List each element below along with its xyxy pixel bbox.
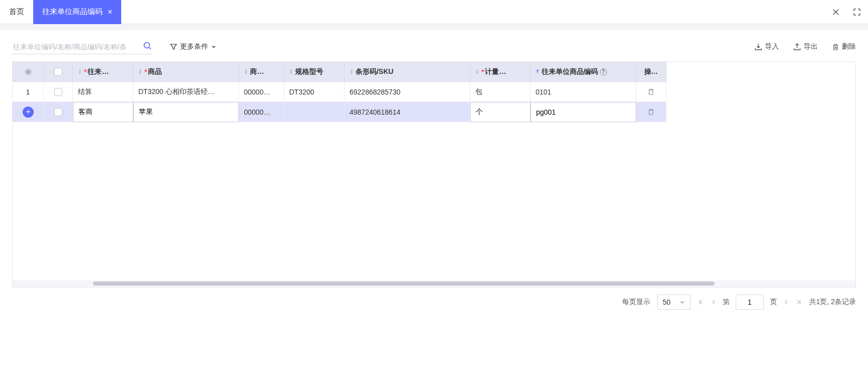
- row-check: [44, 102, 73, 122]
- code-input[interactable]: [531, 103, 636, 122]
- delete-button[interactable]: 删除: [832, 42, 856, 51]
- cell-unit[interactable]: 包: [470, 82, 531, 102]
- help-icon[interactable]: ?: [600, 68, 607, 75]
- sort-icon: ▲▼: [350, 69, 354, 75]
- unit-input[interactable]: [471, 103, 530, 122]
- next-page-button[interactable]: [783, 299, 789, 305]
- col-unit[interactable]: ▲▼ * 计量…: [470, 62, 531, 82]
- pagination: 每页显示 50 第 页 共1页, 2条记录: [0, 288, 868, 317]
- export-icon: [793, 43, 801, 51]
- prev-page-button[interactable]: [711, 299, 717, 305]
- col-action-label: 操…: [644, 67, 658, 76]
- cell-product[interactable]: DT3200 心相印茶语经…: [133, 82, 239, 102]
- cell-product-code: 00000…: [239, 82, 284, 102]
- product-input[interactable]: [134, 103, 238, 122]
- row-check: [44, 82, 73, 102]
- col-ppc-label: 往来单位商品编码: [542, 67, 598, 76]
- tab-active[interactable]: 往来单位商品编码 ×: [33, 0, 121, 24]
- per-page-label: 每页显示: [622, 298, 650, 307]
- chevron-down-icon: [211, 44, 216, 49]
- row-checkbox[interactable]: [54, 88, 62, 96]
- col-partner-product-code[interactable]: ▲▼ 往来单位商品编码 ?: [531, 62, 636, 82]
- sort-icon: ▲▼: [289, 69, 293, 75]
- cell-product[interactable]: [133, 102, 239, 122]
- col-barcode[interactable]: ▲▼ 条形码/SKU: [344, 62, 470, 82]
- svg-point-1: [27, 70, 29, 73]
- col-settings[interactable]: [13, 62, 44, 82]
- search-input[interactable]: [12, 39, 153, 54]
- cell-code[interactable]: [531, 102, 636, 122]
- last-page-button[interactable]: [795, 299, 802, 306]
- cell-partner[interactable]: 结算: [73, 82, 133, 102]
- import-icon: [754, 43, 762, 51]
- cell-unit[interactable]: [470, 102, 531, 122]
- tab-active-label: 往来单位商品编码: [42, 7, 103, 17]
- sort-icon: ▲▼: [78, 69, 82, 75]
- col-barcode-label: 条形码/SKU: [356, 67, 393, 76]
- fullscreen-icon: [853, 8, 861, 16]
- tab-bar: 首页 往来单位商品编码 ×: [0, 0, 868, 24]
- more-conditions-button[interactable]: 更多条件: [170, 42, 216, 51]
- cell-action: [636, 82, 666, 102]
- close-all-tabs-button[interactable]: [829, 5, 843, 19]
- col-product[interactable]: ▲▼ * 商品: [133, 62, 239, 82]
- search-icon[interactable]: [143, 41, 152, 50]
- sort-icon: ▲▼: [475, 69, 479, 75]
- chevron-down-icon: [680, 300, 685, 305]
- row-delete-button[interactable]: [647, 108, 655, 116]
- sort-icon: ▲▼: [244, 69, 248, 75]
- select-all-checkbox[interactable]: [54, 68, 62, 76]
- import-label: 导入: [765, 42, 779, 51]
- svg-point-0: [144, 43, 150, 48]
- col-partner[interactable]: ▲▼ * 往来…: [73, 62, 133, 82]
- cell-code[interactable]: 0101: [531, 82, 636, 102]
- add-row-button[interactable]: ＋: [23, 107, 34, 118]
- import-button[interactable]: 导入: [754, 42, 779, 51]
- last-icon: [795, 299, 802, 306]
- row-add: ＋: [13, 102, 44, 122]
- row-index: 1: [13, 82, 44, 102]
- col-partner-label: 往来…: [88, 67, 109, 76]
- trash-icon: [647, 88, 655, 96]
- col-unit-label: 计量…: [485, 67, 506, 76]
- cell-spec: [284, 102, 344, 122]
- horizontal-scrollbar[interactable]: [13, 280, 855, 287]
- fullscreen-button[interactable]: [850, 5, 864, 19]
- export-button[interactable]: 导出: [793, 42, 818, 51]
- partner-input[interactable]: [73, 103, 133, 122]
- chevron-right-icon: [783, 299, 789, 305]
- page-input[interactable]: [736, 295, 764, 310]
- col-spec[interactable]: ▲▼ 规格型号: [284, 62, 344, 82]
- trash-icon: [832, 43, 839, 51]
- page-suffix: 页: [770, 298, 777, 307]
- col-spec-label: 规格型号: [295, 67, 323, 76]
- cell-action: [636, 102, 666, 122]
- col-product-label: 商品: [148, 67, 162, 76]
- data-table: ▲▼ * 往来… ▲▼ * 商品 ▲▼ 商… ▲▼ 规格型号 ▲▼ 条形码/SK…: [12, 61, 856, 288]
- page-size-select[interactable]: 50: [657, 295, 690, 310]
- row-delete-button[interactable]: [647, 88, 655, 96]
- row-checkbox[interactable]: [54, 108, 62, 116]
- cell-barcode: 4987240618614: [344, 102, 470, 122]
- col-checkbox: [44, 62, 73, 82]
- sort-icon: ▲▼: [536, 69, 540, 75]
- tab-home[interactable]: 首页: [0, 0, 33, 24]
- page-prefix: 第: [723, 298, 730, 307]
- toolbar: 更多条件 导入 导出 删除: [0, 30, 868, 61]
- gear-icon: [24, 68, 32, 76]
- sort-icon: ▲▼: [138, 69, 142, 75]
- page-summary: 共1页, 2条记录: [809, 298, 856, 307]
- col-product-code-label: 商…: [250, 67, 264, 76]
- first-page-button[interactable]: [698, 299, 705, 306]
- scrollbar-thumb[interactable]: [93, 282, 715, 286]
- filter-icon: [170, 43, 177, 50]
- trash-icon: [647, 108, 655, 116]
- page-size-value: 50: [663, 298, 671, 306]
- col-product-code[interactable]: ▲▼ 商…: [239, 62, 284, 82]
- close-icon[interactable]: ×: [108, 8, 112, 16]
- cell-spec: DT3200: [284, 82, 344, 102]
- delete-label: 删除: [842, 42, 856, 51]
- cell-partner[interactable]: [73, 102, 133, 122]
- chevron-left-icon: [711, 299, 717, 305]
- export-label: 导出: [804, 42, 818, 51]
